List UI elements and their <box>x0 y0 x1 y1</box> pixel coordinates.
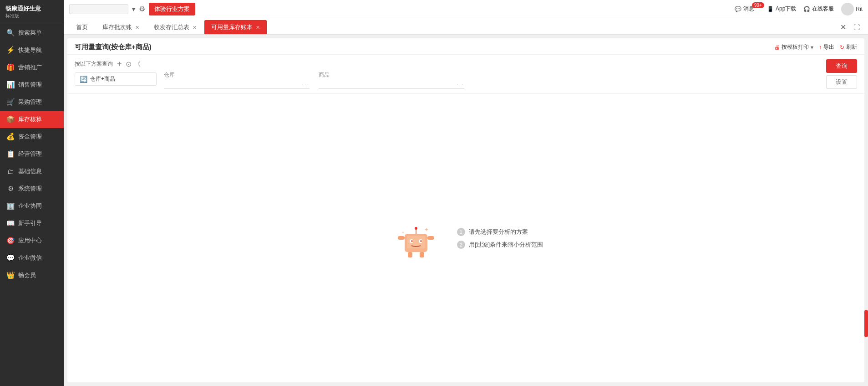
svg-point-5 <box>420 240 422 242</box>
filter-label: 按以下方案查询 <box>75 60 113 68</box>
sidebar-item-basic[interactable]: 🗂 基础信息 <box>0 163 64 180</box>
sidebar-item-search[interactable]: 🔍 搜索菜单 <box>0 24 64 41</box>
tabbar: 首页 库存批次账 ✕ 收发存汇总表 ✕ 可用量库存账本 ✕ ✕ ⛶ <box>64 18 868 35</box>
scheme-item[interactable]: 🔄 仓库+商品 <box>75 72 157 86</box>
dropdown-icon[interactable]: ▾ <box>132 5 135 13</box>
empty-tip-2: 2 用[过滤]条件来缩小分析范围 <box>457 241 543 249</box>
refresh-label: 刷新 <box>846 43 857 51</box>
message-item[interactable]: 💬 消息 99+ <box>735 5 760 13</box>
content-area: 可用量查询(按仓库+商品) 🖨 按模板打印 ▾ ↑ 导出 ↻ 刷新 <box>67 38 864 382</box>
query-button[interactable]: 查询 <box>826 59 857 73</box>
sidebar-item-label: 资金管理 <box>18 133 42 141</box>
tab-batch-label: 库存批次账 <box>102 23 132 31</box>
tab-available-close[interactable]: ✕ <box>256 25 260 31</box>
product-dots[interactable]: ··· <box>457 80 464 87</box>
tabbar-actions: ✕ ⛶ <box>838 22 863 34</box>
sidebar-item-operation[interactable]: 📋 经营管理 <box>0 145 64 163</box>
collapse-icon[interactable]: 《 <box>134 60 141 68</box>
sidebar-item-apps[interactable]: 🎯 应用中心 <box>0 232 64 249</box>
sidebar-item-system[interactable]: ⚙ 系统管理 <box>0 180 64 197</box>
tab-batch[interactable]: 库存批次账 ✕ <box>96 20 146 34</box>
tab-batch-close[interactable]: ✕ <box>135 25 139 31</box>
page-title: 可用量查询(按仓库+商品) <box>75 43 152 51</box>
wechat-icon: 💬 <box>6 254 15 262</box>
trial-button[interactable]: 体验行业方案 <box>149 3 195 15</box>
add-scheme-icon[interactable]: ＋ <box>116 59 123 69</box>
product-input-wrap: ··· <box>319 80 464 89</box>
money-icon: 💰 <box>6 133 15 141</box>
sidebar-item-label: 企业微信 <box>18 254 42 262</box>
print-button[interactable]: 🖨 按模板打印 ▾ <box>774 43 813 51</box>
expand-tab-button[interactable]: ⛶ <box>851 23 863 32</box>
scheme-icon: 🔄 <box>80 76 87 83</box>
sidebar-item-label: 采购管理 <box>18 98 42 106</box>
sidebar-item-purchase[interactable]: 🛒 采购管理 <box>0 93 64 111</box>
scrollbar-track <box>864 91 868 365</box>
settings-icon[interactable]: ⚙ <box>139 5 145 13</box>
print-icon: 🖨 <box>774 44 780 51</box>
app-download-item[interactable]: 📱 App下载 <box>767 5 796 13</box>
warehouse-input-wrap: ··· <box>164 80 310 89</box>
user-avatar-item[interactable]: Rit <box>841 3 863 15</box>
tab-available[interactable]: 可用量库存账本 ✕ <box>204 20 267 34</box>
building-icon: 🏢 <box>6 202 15 210</box>
headset-icon: 🎧 <box>803 6 810 12</box>
refresh-button[interactable]: ↻ 刷新 <box>840 43 857 51</box>
export-button[interactable]: ↑ 导出 <box>819 43 834 51</box>
tip-text-1: 请先选择要分析的方案 <box>469 228 528 236</box>
sidebar-item-label: 系统管理 <box>18 185 42 193</box>
tab-home[interactable]: 首页 <box>69 20 95 34</box>
search-input[interactable] <box>69 4 128 14</box>
scheme-label: 仓库+商品 <box>90 75 115 83</box>
lightning-icon: ⚡ <box>6 46 15 54</box>
warehouse-input[interactable] <box>164 80 302 87</box>
sidebar-logo: 畅康通好生意 标准版 <box>0 0 64 24</box>
message-icon: 💬 <box>735 6 741 12</box>
warehouse-dots[interactable]: ··· <box>302 80 310 87</box>
tab-available-label: 可用量库存账本 <box>211 23 253 31</box>
scheme-settings-icon[interactable]: ⊙ <box>126 60 132 68</box>
empty-state: ✦ ✦ 1 请先选择要分析的方案 2 用[过滤]条件来缩小分析范围 <box>67 94 864 382</box>
svg-rect-9 <box>420 252 424 257</box>
header-actions: 🖨 按模板打印 ▾ ↑ 导出 ↻ 刷新 <box>774 43 857 51</box>
filter-left: 按以下方案查询 ＋ ⊙ 《 🔄 仓库+商品 <box>75 59 157 86</box>
close-all-tabs-button[interactable]: ✕ <box>838 22 849 32</box>
sidebar-item-shortcut[interactable]: ⚡ 快捷导航 <box>0 41 64 59</box>
sidebar-item-newbie[interactable]: 📖 新手引导 <box>0 215 64 232</box>
tab-summary-close[interactable]: ✕ <box>193 25 197 31</box>
sidebar-item-marketing[interactable]: 🎁 营销推广 <box>0 59 64 76</box>
sidebar-item-label: 企业协同 <box>18 202 42 210</box>
user-name: Rit <box>856 6 863 12</box>
sidebar-item-sales[interactable]: 📊 销售管理 <box>0 76 64 93</box>
svg-point-7 <box>415 227 417 230</box>
product-field: 商品 ··· <box>319 71 464 89</box>
app-edition: 标准版 <box>5 13 58 19</box>
scrollbar-thumb[interactable] <box>864 310 868 337</box>
main-area: ▾ ⚙ 体验行业方案 💬 消息 99+ 📱 App下载 🎧 在线客服 Rit <box>64 0 868 386</box>
online-service-item[interactable]: 🎧 在线客服 <box>803 5 834 13</box>
sidebar: 畅康通好生意 标准版 🔍 搜索菜单 ⚡ 快捷导航 🎁 营销推广 📊 销售管理 🛒… <box>0 0 64 386</box>
sidebar-item-member[interactable]: 👑 畅会员 <box>0 267 64 284</box>
tab-home-label: 首页 <box>76 23 88 31</box>
warehouse-label: 仓库 <box>164 71 310 79</box>
export-icon: ↑ <box>819 44 822 51</box>
refresh-icon: ↻ <box>840 44 844 51</box>
tab-summary-label: 收发存汇总表 <box>154 23 189 31</box>
sidebar-item-label: 基础信息 <box>18 167 42 175</box>
sidebar-item-label: 库存核算 <box>18 115 42 124</box>
sidebar-item-finance[interactable]: 💰 资金管理 <box>0 128 64 145</box>
phone-icon: 📱 <box>767 6 774 12</box>
filter-settings-button[interactable]: 设置 <box>826 75 857 89</box>
sidebar-item-label: 快捷导航 <box>18 46 42 54</box>
clipboard-icon: 📋 <box>6 150 15 158</box>
print-dropdown-icon[interactable]: ▾ <box>811 44 813 51</box>
warehouse-field: 仓库 ··· <box>164 71 310 89</box>
filter-fields-row: 仓库 ··· 商品 ··· <box>164 59 857 89</box>
sidebar-item-label: 畅会员 <box>18 271 36 279</box>
tab-summary[interactable]: 收发存汇总表 ✕ <box>147 20 203 34</box>
product-input[interactable] <box>319 80 457 87</box>
gear-icon: ⚙ <box>6 185 15 193</box>
sidebar-item-inventory[interactable]: 📦 库存核算 <box>0 111 64 128</box>
sidebar-item-corp[interactable]: 🏢 企业协同 <box>0 197 64 215</box>
sidebar-item-wechat[interactable]: 💬 企业微信 <box>0 249 64 267</box>
